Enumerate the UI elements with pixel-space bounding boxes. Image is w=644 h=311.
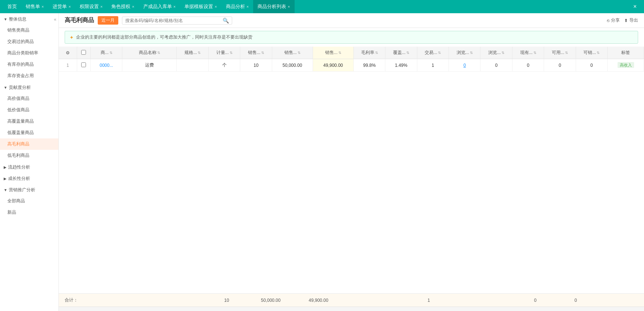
arrow-overall: ▼ [4,17,7,21]
sort-icon-current: ⇅ [533,51,536,55]
header-actions: ⎋ 分享 ⬆ 导出 [607,17,638,23]
col-sales-qty[interactable]: 销售... ⇅ [240,47,272,59]
row-sales-qty: 10 [240,59,272,72]
settings-icon[interactable]: ⚙ [66,50,70,55]
sort-icon-browse1: ⇅ [470,51,473,55]
col-gross-rate[interactable]: 毛利率 ⇅ [353,47,385,59]
row-coverage: 1.49% [385,59,417,72]
col-spec[interactable]: 规格... ⇅ [177,47,208,59]
footer-current: 0 [522,298,548,303]
bottom-scrollbar[interactable] [59,307,644,311]
footer-sales-cost: 49,900.00 [302,298,335,303]
share-icon: ⎋ [607,18,609,23]
nav-home[interactable]: 首页 [3,0,21,13]
footer-sales-amount: 50,000.00 [254,298,287,303]
sidebar-item-category-rate[interactable]: 商品分类助销率 [0,47,58,59]
table-row: 1 0000... 运费 个 10 50,000.00 49,900.00 99… [59,59,644,72]
col-trade[interactable]: 交易... ⇅ [417,47,449,59]
nav-close-template[interactable]: × [215,4,217,9]
sidebar-item-high-value[interactable]: 高价值商品 [0,93,58,104]
sidebar-group-overall[interactable]: ▼ 整体信息 [0,13,58,25]
row-trade: 1 [417,59,449,72]
page-title: 高毛利商品 [65,17,94,24]
search-icon[interactable]: 🔍 [223,18,229,23]
nav-template[interactable]: 单据模板设置 × [180,0,221,13]
nav-product-entry[interactable]: 产成品入库单 × [139,0,180,13]
sidebar-item-in-stock[interactable]: 有库存的商品 [0,59,58,70]
sort-icon-sales-qty: ⇅ [261,51,264,55]
table-body: 1 0000... 运费 个 10 50,000.00 49,900.00 99… [59,59,644,72]
sort-icon-code: ⇅ [109,51,112,55]
sidebar-item-high-margin[interactable]: 高毛利商品 [0,138,58,150]
table-header-row: ⚙ 商... ⇅ 商品名称 [59,47,644,59]
sidebar-group-trend[interactable]: ▶ 流趋性分析 [0,161,58,173]
sidebar-item-low-coverage[interactable]: 低覆盖量商品 [0,127,58,138]
row-checkbox-cell[interactable] [77,59,90,72]
col-current[interactable]: 现有... ⇅ [512,47,544,59]
nav-analysis-list[interactable]: 商品分析列表 × [253,0,294,13]
sidebar-item-new-goods[interactable]: 新品 [0,207,58,218]
col-sales-cost[interactable]: 销售... ⇅ [313,47,353,59]
nav-permission[interactable]: 权限设置 × [75,0,107,13]
col-name[interactable]: 商品名称 ⇅ [122,47,177,59]
sidebar-item-all-goods[interactable]: 全部商品 [0,195,58,207]
sidebar-group-growth[interactable]: ▶ 成长性分析 [0,173,58,184]
sidebar-item-sales-goods[interactable]: 销售类商品 [0,25,58,36]
nav-sales[interactable]: 销售单 × [21,0,48,13]
nav-close-analysis[interactable]: × [247,4,249,9]
nav-purchase[interactable]: 进货单 × [48,0,75,13]
nav-close-role[interactable]: × [132,4,134,9]
col-saleable[interactable]: 可销... ⇅ [576,47,607,59]
nav-close-sales[interactable]: × [42,4,44,9]
nav-close-purchase[interactable]: × [68,4,71,9]
col-browse2[interactable]: 浏览... ⇅ [481,47,512,59]
table-container: ⚙ 商... ⇅ 商品名称 [59,47,644,293]
arrow-marketing: ▼ [4,188,7,192]
nav-close-product-entry[interactable]: × [173,4,176,9]
col-available[interactable]: 可用... ⇅ [544,47,576,59]
sort-icon-gross-rate: ⇅ [375,51,378,55]
sidebar: « ▼ 整体信息 销售类商品 交易过的商品 商品分类助销率 有库存的商品 库存资… [0,13,59,311]
arrow-contribution: ▼ [4,86,7,90]
filter-date-button[interactable]: 近一月 [98,16,118,25]
content-header: 高毛利商品 近一月 🔍 ⎋ 分享 ⬆ 导出 [59,13,644,28]
select-all-checkbox[interactable] [81,50,86,55]
row-code[interactable]: 0000... [90,59,122,72]
sidebar-item-low-margin[interactable]: 低毛利商品 [0,150,58,161]
col-checkbox [77,47,90,59]
sidebar-item-high-coverage[interactable]: 高覆盖量商品 [0,116,58,127]
row-sales-cost: 49,900.00 [313,59,353,72]
col-tag[interactable]: 标签 [608,47,644,59]
nav-close-analysis-list[interactable]: × [288,4,290,9]
sort-icon-sales-cost: ⇅ [338,51,341,55]
col-coverage[interactable]: 覆盖... ⇅ [385,47,417,59]
row-tag: 高收入 [608,59,644,72]
nav-role[interactable]: 角色授权 × [107,0,138,13]
nav-close-permission[interactable]: × [100,4,102,9]
search-input[interactable] [125,18,223,23]
row-checkbox[interactable] [81,62,86,67]
table-footer: 合计： 10 50,000.00 49,900.00 1 0 0 [59,293,644,307]
sort-icon-available: ⇅ [565,51,568,55]
sidebar-item-low-value[interactable]: 低价值商品 [0,104,58,116]
col-settings[interactable]: ⚙ [59,47,77,59]
row-current: 0 [512,59,544,72]
window-close-button[interactable]: × [629,3,641,10]
row-spec [177,59,208,72]
sidebar-item-stock-capital[interactable]: 库存资金占用 [0,70,58,82]
col-unit[interactable]: 计量... ⇅ [208,47,240,59]
sidebar-group-contribution[interactable]: ▼ 贡献度分析 [0,82,58,93]
col-code[interactable]: 商... ⇅ [90,47,122,59]
sidebar-collapse-button[interactable]: « [52,16,58,23]
row-browse1[interactable]: 0 [449,59,481,72]
nav-analysis[interactable]: 商品分析 × [222,0,253,13]
col-browse1[interactable]: 浏览... ⇅ [449,47,481,59]
share-button[interactable]: ⎋ 分享 [607,17,620,23]
sidebar-item-traded-goods[interactable]: 交易过的商品 [0,36,58,47]
export-button[interactable]: ⬆ 导出 [624,17,638,23]
col-sales-amount[interactable]: 销售... ⇅ [272,47,313,59]
row-name: 运费 [122,59,177,72]
sort-icon-coverage: ⇅ [406,51,409,55]
sidebar-group-marketing[interactable]: ▼ 营销推广分析 [0,184,58,195]
sort-icon-name: ⇅ [157,51,160,55]
